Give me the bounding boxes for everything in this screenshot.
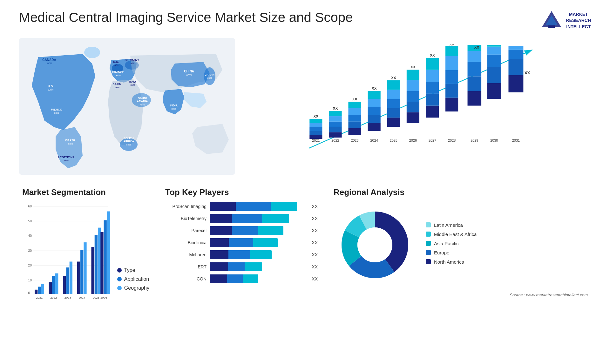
svg-text:2026: 2026 [409,138,417,142]
player-bar [210,238,278,247]
reg-dot-europe [426,250,431,255]
player-name: Bioclinica [165,240,207,245]
svg-text:MEXICO: MEXICO [51,108,62,111]
svg-rect-46 [309,127,322,131]
player-val: XX [312,238,318,247]
page-container: Medical Central Imaging Service Market S… [0,0,610,364]
reg-dot-asia-pacific [426,241,431,246]
svg-rect-109 [487,55,501,67]
player-val: XX [312,262,318,271]
svg-text:FRANCE: FRANCE [112,71,124,74]
legend-type: Type [117,267,149,273]
svg-text:2030: 2030 [490,138,498,142]
donut-svg [334,204,416,286]
player-val: XX [312,274,318,283]
svg-rect-67 [368,107,381,115]
segmentation-section: Market Segmentation 60 50 40 30 20 10 0 [19,184,152,327]
svg-rect-93 [445,98,458,111]
player-bar [210,274,258,283]
svg-rect-96 [445,56,458,70]
seg-chart: 60 50 40 30 20 10 0 [22,202,111,300]
svg-rect-134 [35,290,37,294]
svg-rect-61 [348,108,361,115]
svg-text:2031: 2031 [512,138,520,142]
svg-rect-150 [91,247,94,294]
svg-rect-53 [329,122,342,127]
legend-label-type: Type [124,267,135,273]
svg-text:JAPAN: JAPAN [205,73,214,76]
bar-seg3 [245,262,262,271]
svg-rect-154 [100,232,103,294]
player-val: XX [312,202,318,211]
svg-rect-72 [387,118,400,127]
donut-chart [334,204,413,283]
svg-rect-76 [387,80,400,90]
svg-text:2025: 2025 [93,296,99,299]
svg-text:xx%: xx% [113,64,118,67]
svg-text:xx%: xx% [46,62,52,65]
players-title: Top Key Players [165,187,318,197]
svg-text:40: 40 [28,234,32,238]
svg-rect-101 [468,76,482,91]
bar-seg2 [228,250,250,259]
svg-rect-75 [387,90,400,99]
svg-text:2022: 2022 [50,296,57,299]
reg-dot-north-america [426,259,431,264]
svg-rect-139 [52,276,55,294]
svg-text:50: 50 [28,219,32,223]
svg-rect-140 [55,273,58,294]
svg-rect-108 [487,67,501,83]
svg-rect-59 [348,122,361,128]
svg-text:2021: 2021 [312,138,320,142]
svg-rect-83 [407,70,419,80]
svg-text:XX: XX [491,44,497,45]
source-text: Source : www.marketresearchintellect.com [334,293,588,297]
svg-point-9 [204,67,215,85]
svg-text:INDIA: INDIA [170,104,178,107]
svg-rect-66 [368,115,381,123]
svg-rect-143 [66,267,69,294]
svg-rect-100 [468,91,482,106]
svg-rect-103 [468,51,482,62]
segmentation-title: Market Segmentation [22,187,149,197]
bar-seg3 [250,250,272,259]
svg-rect-151 [95,235,98,294]
player-name: McLaren [165,252,207,257]
segmentation-chart-area: 60 50 40 30 20 10 0 [22,202,149,300]
player-val: XX [312,226,318,235]
svg-text:2029: 2029 [471,138,478,142]
regional-title: Regional Analysis [334,187,588,197]
svg-rect-94 [445,84,458,98]
svg-text:ARGENTINA: ARGENTINA [58,156,75,159]
player-bar [210,250,272,259]
svg-text:20: 20 [28,264,32,267]
svg-text:AFRICA: AFRICA [123,140,134,143]
player-bar [210,226,283,235]
reg-legend-latin-america: Latin America [426,222,477,228]
map-svg: CANADA xx% U.S. xx% MEXICO xx% BRAZIL xx… [19,38,235,175]
svg-text:2025: 2025 [390,138,397,142]
bar-seg1 [210,202,236,211]
svg-text:XX: XX [474,45,479,49]
svg-point-4 [84,47,100,58]
svg-rect-79 [407,112,419,123]
svg-text:SOUTH: SOUTH [124,137,134,140]
svg-text:xx%: xx% [126,143,131,146]
svg-rect-87 [426,94,439,106]
svg-rect-117 [508,46,523,50]
player-val: XX [312,214,318,223]
svg-rect-95 [445,70,458,84]
svg-text:XX: XX [352,97,357,101]
player-row: ERT XX [165,262,318,271]
svg-rect-52 [329,127,342,132]
bar-seg2 [227,274,243,283]
player-bar [210,214,289,223]
header: Medical Central Imaging Service Market S… [19,10,591,32]
bar-seg2 [232,214,262,223]
svg-rect-116 [508,50,523,59]
svg-rect-136 [41,284,44,294]
svg-text:XX: XX [333,106,338,110]
svg-text:CANADA: CANADA [42,58,56,62]
svg-text:xx%: xx% [140,103,145,106]
svg-text:CHINA: CHINA [184,70,194,73]
